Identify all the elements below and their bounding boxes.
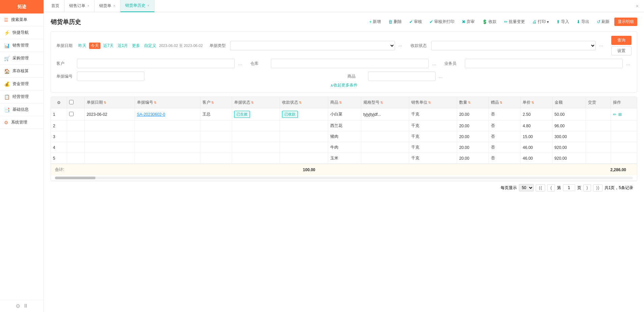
unit-cell: 千克 — [409, 131, 457, 142]
sort-icon: ⇅ — [339, 101, 342, 104]
sidebar-item-label: 销售管理 — [12, 43, 29, 48]
print-button[interactable]: 🖨 打印 ▾ — [530, 18, 552, 26]
payment-status-column-header[interactable]: 收款状态⇅ — [280, 97, 328, 108]
sidebar-item-inventory[interactable]: 🏠 库存核算 — [0, 65, 44, 78]
tab-close-icon[interactable]: × — [87, 4, 89, 8]
pagination: 每页显示 50 ⟨⟨ ⟨ 第 页 ⟩ ⟩⟩ 共1页，5条记录 — [51, 181, 637, 194]
today-shortcut[interactable]: 今天 — [89, 43, 101, 49]
sidebar: 拓迹 ☰ 搜索菜单 ⚡ 快捷导航 📊 销售管理 🛒 采购管理 🏠 库存核算 💰 … — [0, 0, 44, 312]
first-page-button[interactable]: ⟨⟨ — [536, 184, 545, 191]
show-detail-button[interactable]: 显示明细 — [614, 18, 637, 26]
amount-cell: 920.00 — [552, 142, 586, 153]
prev-page-button[interactable]: ⟨ — [547, 184, 555, 191]
customer-dots[interactable]: ... — [237, 60, 244, 67]
last1month-shortcut[interactable]: 近1月 — [116, 43, 130, 49]
edit-action-button[interactable]: ✏ — [613, 112, 616, 117]
audit-button[interactable]: ✔ 审核 — [407, 18, 425, 26]
import-button[interactable]: ⬆ 导入 — [554, 18, 572, 26]
salesperson-dots[interactable]: ... — [625, 60, 632, 67]
sidebar-settings-icon[interactable]: ⚙ — [16, 303, 20, 309]
next-page-button[interactable]: ⟩ — [583, 184, 591, 191]
delete-button[interactable]: 🗑 删除 — [386, 18, 404, 26]
collapse-button[interactable]: ∧ 收起更多条件 — [56, 82, 632, 88]
sidebar-collapse-icon[interactable]: ⏸ — [23, 303, 28, 309]
custom-shortcut[interactable]: 自定义 — [143, 43, 158, 49]
tab-close-icon[interactable]: × — [113, 4, 115, 8]
doc-type-select[interactable] — [230, 41, 395, 50]
salesperson-input[interactable] — [465, 59, 623, 68]
tabs-close-all-icon[interactable]: × — [633, 3, 641, 9]
customer-input[interactable] — [77, 59, 235, 68]
doc-date-column-header[interactable]: 单据日期⇅ — [84, 97, 135, 108]
doc-no-column-header[interactable]: 单据编号⇅ — [135, 97, 200, 108]
refresh-icon: ↺ — [597, 19, 600, 24]
actions-column-header: 操作 — [611, 97, 637, 108]
product-dots[interactable]: ... — [438, 73, 444, 80]
spec-model-column-header[interactable]: 规格型号⇅ — [361, 97, 409, 108]
tab-sales-history[interactable]: 销货单历史 × — [120, 0, 155, 12]
sidebar-item-finance-mgmt[interactable]: 💰 资金管理 — [0, 78, 44, 90]
doc-status-column-header[interactable]: 单据状态⇅ — [232, 97, 280, 108]
product-input[interactable] — [368, 72, 436, 81]
sidebar-item-search-menu[interactable]: ☰ 搜索菜单 — [0, 14, 44, 26]
sidebar-item-purchase-mgmt[interactable]: 🛒 采购管理 — [0, 52, 44, 65]
tab-sales-delivery[interactable]: 销货单 × — [94, 0, 120, 12]
per-page-select[interactable]: 50 — [519, 184, 534, 191]
batch-change-button[interactable]: ✏ 批量变更 — [501, 18, 528, 26]
yesterday-shortcut[interactable]: 昨天 — [77, 43, 88, 49]
select-all-checkbox[interactable] — [69, 100, 74, 104]
qty-column-header[interactable]: 数量⇅ — [457, 97, 489, 108]
payment-status-select[interactable] — [431, 41, 596, 50]
sidebar-item-operations-mgmt[interactable]: 📋 经营管理 — [0, 90, 44, 103]
search-menu-icon: ☰ — [4, 17, 8, 23]
sidebar-item-system-mgmt[interactable]: ⚙ 系统管理 — [0, 116, 44, 129]
sidebar-item-quick-nav[interactable]: ⚡ 快捷导航 — [0, 26, 44, 39]
new-button[interactable]: + 新增 — [366, 18, 384, 26]
warehouse-dots[interactable]: ... — [431, 60, 438, 67]
gear-column-header[interactable]: ⚙ — [51, 97, 67, 108]
export-button[interactable]: ⬇ 导出 — [574, 18, 592, 26]
table-row: 3 猪肉 千克 20.00 否 15.00 300.00 — [51, 131, 637, 142]
doc-type-dots[interactable]: ··· — [397, 42, 404, 49]
sales-icon: 📊 — [4, 43, 10, 48]
scroll-thumb[interactable] — [55, 177, 95, 179]
last-page-button[interactable]: ⟩⟩ — [593, 184, 603, 191]
unit-column-header[interactable]: 销售单位⇅ — [409, 97, 457, 108]
abandon-button[interactable]: ✖ 弃审 — [459, 18, 477, 26]
system-icon: ⚙ — [4, 120, 8, 125]
sidebar-item-sales-mgmt[interactable]: 📊 销售管理 — [0, 39, 44, 52]
actions-cell — [611, 121, 637, 131]
audit-print-button[interactable]: ✔ 审核并打印 — [427, 18, 457, 26]
doc-no-link[interactable]: SA-20230602-0 — [137, 112, 165, 117]
customer-column-header[interactable]: 客户⇅ — [200, 97, 232, 108]
gift-column-header[interactable]: 赠品⇅ — [489, 97, 521, 108]
print-icon: 🖨 — [532, 19, 537, 24]
horizontal-scrollbar[interactable] — [51, 175, 637, 181]
qty-cell: 20.00 — [457, 108, 489, 121]
warehouse-input[interactable] — [271, 59, 429, 68]
unit-price-column-header[interactable]: 单价⇅ — [521, 97, 552, 108]
more-shortcut[interactable]: 更多 — [131, 43, 141, 49]
unit-price-cell: 15.00 — [521, 131, 552, 142]
doc-no-input[interactable] — [77, 72, 144, 81]
query-button[interactable]: 查询 — [611, 36, 632, 45]
more-action-button[interactable]: ⊞ — [618, 112, 622, 117]
collect-button[interactable]: 💲 收款 — [479, 18, 499, 26]
total-info: 共1页，5条记录 — [605, 185, 633, 191]
tab-home[interactable]: 首页 — [47, 0, 64, 12]
refresh-button[interactable]: ↺ 刷新 — [594, 18, 612, 26]
page-number-input[interactable] — [563, 184, 575, 191]
batch-change-icon: ✏ — [504, 19, 508, 24]
sidebar-item-label: 资金管理 — [12, 81, 29, 87]
total-qty: 100.00 — [75, 167, 543, 172]
product-column-header[interactable]: 商品⇅ — [328, 97, 361, 108]
sidebar-item-basic-info[interactable]: 📑 基础信息 — [0, 103, 44, 116]
tab-close-icon[interactable]: × — [147, 4, 149, 7]
setting-button[interactable]: 设置 — [611, 46, 632, 55]
tab-sales-order[interactable]: 销售订单 × — [64, 0, 94, 12]
row-checkbox[interactable] — [69, 112, 74, 116]
app-logo: 拓迹 — [0, 0, 44, 14]
payment-status-dots[interactable]: ··· — [598, 42, 605, 49]
payment-status-filter-group: 收款状态 ··· — [411, 41, 605, 50]
last7days-shortcut[interactable]: 近7天 — [102, 43, 115, 49]
